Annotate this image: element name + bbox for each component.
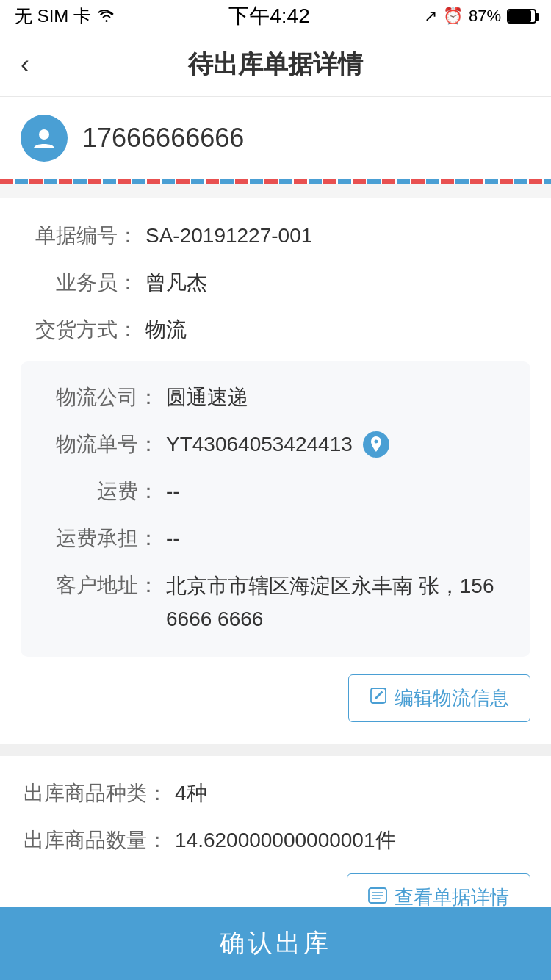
document-value: SA-20191227-001 bbox=[145, 220, 530, 251]
nav-bar: ‹ 待出库单据详情 bbox=[0, 32, 551, 97]
logistics-box: 物流公司： 圆通速递 物流单号： YT43064053424413 运费： -- bbox=[21, 361, 530, 657]
salesperson-label: 业务员： bbox=[21, 267, 138, 298]
confirm-button[interactable]: 确认出库 bbox=[0, 907, 551, 980]
freight-bear-value: -- bbox=[166, 523, 510, 554]
product-types-value: 4种 bbox=[175, 778, 530, 809]
product-quantity-row: 出库商品数量： 14.620000000000001件 bbox=[21, 825, 530, 856]
logistics-company-row: 物流公司： 圆通速递 bbox=[41, 382, 510, 413]
basic-info-section: 单据编号： SA-20191227-001 业务员： 曾凡杰 交货方式： 物流 … bbox=[0, 198, 551, 744]
carrier-label: 无 SIM 卡 bbox=[15, 4, 91, 28]
address-value: 北京市市辖区海淀区永丰南 张，156 6666 6666 bbox=[166, 570, 510, 636]
logistics-company-value: 圆通速递 bbox=[166, 382, 510, 413]
product-types-row: 出库商品种类： 4种 bbox=[21, 778, 530, 809]
location-icon[interactable] bbox=[363, 431, 389, 458]
status-left: 无 SIM 卡 bbox=[15, 4, 115, 28]
confirm-label: 确认出库 bbox=[220, 926, 331, 960]
product-quantity-value: 14.620000000000001件 bbox=[175, 825, 530, 856]
product-quantity-label: 出库商品数量： bbox=[21, 825, 168, 856]
document-row: 单据编号： SA-20191227-001 bbox=[21, 220, 530, 251]
freight-value: -- bbox=[166, 476, 510, 507]
avatar bbox=[21, 115, 68, 162]
edit-icon bbox=[370, 687, 387, 710]
edit-logistics-button[interactable]: 编辑物流信息 bbox=[348, 674, 530, 722]
freight-row: 运费： -- bbox=[41, 476, 510, 507]
tracking-value: YT43064053424413 bbox=[166, 429, 510, 460]
product-types-label: 出库商品种类： bbox=[21, 778, 168, 809]
wifi-icon bbox=[98, 6, 115, 26]
status-right: ↗ ⏰ 87% bbox=[424, 7, 536, 26]
customer-header: 17666666666 bbox=[0, 97, 551, 179]
time-label: 下午4:42 bbox=[228, 2, 310, 30]
logistics-company-label: 物流公司： bbox=[41, 382, 159, 413]
salesperson-value: 曾凡杰 bbox=[145, 267, 530, 298]
svg-point-0 bbox=[39, 129, 49, 140]
section-divider bbox=[0, 744, 551, 756]
address-label: 客户地址： bbox=[41, 570, 159, 601]
battery-icon bbox=[507, 9, 536, 24]
page-title: 待出库单据详情 bbox=[188, 48, 363, 82]
delivery-label: 交货方式： bbox=[21, 314, 138, 345]
delivery-value: 物流 bbox=[145, 314, 530, 345]
edit-logistics-label: 编辑物流信息 bbox=[395, 685, 509, 711]
freight-label: 运费： bbox=[41, 476, 159, 507]
customer-phone: 17666666666 bbox=[82, 123, 244, 154]
freight-bear-label: 运费承担： bbox=[41, 523, 159, 554]
salesperson-row: 业务员： 曾凡杰 bbox=[21, 267, 530, 298]
edit-btn-row: 编辑物流信息 bbox=[21, 674, 530, 722]
tracking-label: 物流单号： bbox=[41, 429, 159, 460]
status-bar: 无 SIM 卡 下午4:42 ↗ ⏰ 87% bbox=[0, 0, 551, 32]
dashed-divider bbox=[0, 179, 551, 184]
battery-percentage: 87% bbox=[469, 7, 501, 26]
back-button[interactable]: ‹ bbox=[21, 49, 29, 80]
delivery-row: 交货方式： 物流 bbox=[21, 314, 530, 345]
tracking-row: 物流单号： YT43064053424413 bbox=[41, 429, 510, 460]
freight-bear-row: 运费承担： -- bbox=[41, 523, 510, 554]
document-label: 单据编号： bbox=[21, 220, 138, 251]
alarm-icon: ⏰ bbox=[443, 7, 463, 26]
address-row: 客户地址： 北京市市辖区海淀区永丰南 张，156 6666 6666 bbox=[41, 570, 510, 636]
location-icon: ↗ bbox=[424, 7, 437, 26]
detail-icon bbox=[368, 886, 387, 909]
